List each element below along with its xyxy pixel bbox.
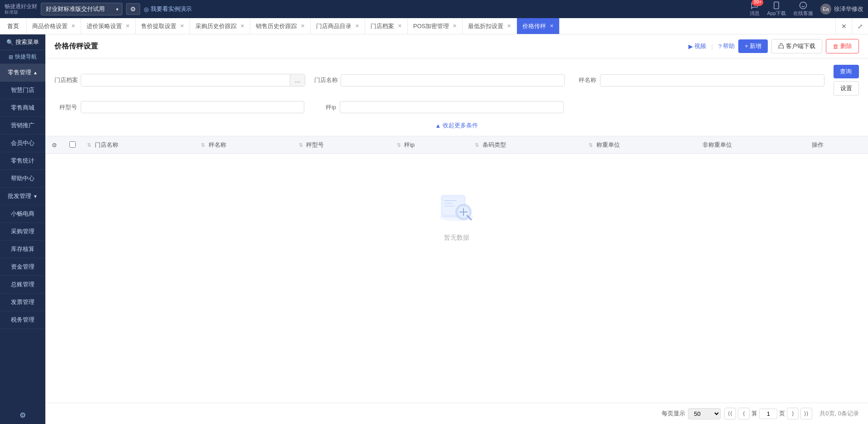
- maximize-tab-button[interactable]: ⤢: [852, 18, 868, 34]
- collapse-label: 收起更多条件: [443, 121, 478, 130]
- query-button[interactable]: 查询: [834, 65, 859, 78]
- sort-scale-ip-icon[interactable]: ⇅: [397, 142, 401, 148]
- content-wrapper: ⚙ ⇅ 门店名称 ⇅ 秤名称: [45, 136, 868, 424]
- sidebar-item-finance[interactable]: 资金管理: [0, 258, 45, 276]
- app-download-button[interactable]: App下载: [767, 1, 786, 17]
- tab-close-icon[interactable]: ✕: [355, 23, 359, 29]
- scale-model-label: 秤型号: [54, 103, 77, 111]
- sidebar-search[interactable]: 🔍 搜索菜单: [0, 34, 45, 50]
- sort-barcode-icon[interactable]: ⇅: [475, 142, 479, 148]
- sidebar-item-xiaoye[interactable]: 小畅电商: [0, 205, 45, 223]
- play-icon: ▶: [688, 43, 693, 50]
- table-gear-icon[interactable]: ⚙: [52, 142, 57, 149]
- settings-filter-button[interactable]: 设置: [834, 81, 859, 96]
- help-link[interactable]: ? 帮助: [718, 42, 735, 50]
- tab-close-icon[interactable]: ✕: [71, 23, 75, 29]
- col-scale-ip: ⇅ 秤ip: [391, 136, 470, 154]
- scale-model-input[interactable]: [81, 101, 304, 113]
- sidebar-item-purchase[interactable]: 采购管理: [0, 223, 45, 241]
- page-number-input[interactable]: [759, 409, 777, 419]
- col-barcode-type: ⇅ 条码类型: [469, 136, 583, 154]
- tab-price-scale[interactable]: 价格传秤 ✕: [517, 18, 560, 34]
- sort-store-name-icon[interactable]: ⇅: [87, 142, 91, 148]
- tab-store-catalog[interactable]: 门店商品目录 ✕: [311, 18, 365, 34]
- close-tab-button[interactable]: ✕: [835, 18, 852, 34]
- tab-min-discount[interactable]: 最低折扣设置 ✕: [463, 18, 517, 34]
- sidebar-item-tax[interactable]: 税务管理: [0, 311, 45, 329]
- retail-mall-label: 零售商城: [11, 104, 34, 112]
- page-label: 算: [751, 410, 757, 418]
- tab-store-profile[interactable]: 门店档案 ✕: [365, 18, 408, 34]
- online-service-button[interactable]: 在线客服: [793, 1, 813, 17]
- sort-scale-model-icon[interactable]: ⇅: [299, 142, 303, 148]
- tab-close-icon[interactable]: ✕: [240, 23, 244, 29]
- col-scale-name: ⇅ 秤名称: [195, 136, 293, 154]
- collapse-button[interactable]: ▲ 收起更多条件: [54, 119, 859, 130]
- prev-page-button[interactable]: ⟨: [738, 408, 750, 419]
- col-checkbox: [63, 136, 82, 154]
- tab-purchase-history[interactable]: 采购历史价跟踪 ✕: [190, 18, 250, 34]
- tab-close-icon[interactable]: ✕: [453, 23, 457, 29]
- tab-close-icon[interactable]: ✕: [398, 23, 402, 29]
- user-info[interactable]: Ea 徐泽华修改: [820, 4, 863, 14]
- demo-label: 我要看实例演示: [151, 5, 192, 13]
- sidebar-quick-nav-label: 快捷导航: [15, 53, 37, 61]
- first-page-button[interactable]: ⟨⟨: [724, 408, 736, 419]
- scale-name-label: 秤名称: [574, 76, 596, 84]
- last-page-button[interactable]: ⟩⟩: [800, 408, 812, 419]
- select-all-checkbox[interactable]: [69, 141, 76, 148]
- tab-bar: 首页 商品价格设置 ✕ 进价策略设置 ✕ 售价提取设置 ✕ 采购历史价跟踪 ✕ …: [0, 18, 868, 34]
- tab-close-icon[interactable]: ✕: [126, 23, 130, 29]
- sidebar-item-member[interactable]: 会员中心: [0, 135, 45, 152]
- store-name-input[interactable]: [341, 74, 565, 87]
- sidebar-item-wholesale[interactable]: 批发管理 ▼: [0, 188, 45, 205]
- sidebar-item-help[interactable]: 帮助中心: [0, 170, 45, 188]
- invoice-label: 发票管理: [11, 298, 34, 306]
- tab-price-settings-label: 商品价格设置: [32, 22, 68, 30]
- tab-pos[interactable]: POS加密管理 ✕: [408, 18, 463, 34]
- scale-name-input[interactable]: [600, 74, 824, 87]
- col-action: 操作: [806, 136, 868, 154]
- tab-close-icon[interactable]: ✕: [301, 23, 305, 29]
- version-selector[interactable]: 好业财标准版交付试用 ▾: [41, 3, 122, 15]
- demo-button[interactable]: ◎ 我要看实例演示: [144, 5, 192, 13]
- tab-close-active-icon[interactable]: ✕: [550, 23, 554, 29]
- search-icon: 🔍: [6, 39, 14, 46]
- table-header-row: ⚙ ⇅ 门店名称 ⇅ 秤名称: [45, 136, 868, 154]
- tab-close-icon[interactable]: ✕: [180, 23, 184, 29]
- sidebar-item-inventory[interactable]: 库存核算: [0, 241, 45, 258]
- page-unit: 页: [779, 410, 785, 418]
- sidebar-item-general[interactable]: 总账管理: [0, 276, 45, 294]
- message-button[interactable]: 99+ 消息: [750, 1, 760, 17]
- store-profile-dots-button[interactable]: ...: [290, 74, 305, 86]
- sidebar-item-retail-stats[interactable]: 零售统计: [0, 152, 45, 170]
- per-page-select[interactable]: 10 20 50 100: [688, 408, 721, 419]
- video-link[interactable]: ▶ 视频: [688, 42, 706, 50]
- next-page-button[interactable]: ⟩: [787, 408, 799, 419]
- tab-home[interactable]: 首页: [0, 18, 27, 34]
- xiaoye-label: 小畅电商: [11, 210, 34, 218]
- sort-weight-icon[interactable]: ⇅: [589, 142, 593, 148]
- sidebar-item-retail-mall[interactable]: 零售商城: [0, 99, 45, 117]
- filter-scale-model: 秤型号: [54, 101, 304, 113]
- sidebar-gear-button[interactable]: ⚙: [0, 406, 45, 424]
- sidebar-item-smart-store[interactable]: 智慧门店: [0, 82, 45, 99]
- delete-button[interactable]: 🗑 删除: [826, 39, 859, 53]
- store-profile-input[interactable]: [81, 74, 290, 86]
- gear-button[interactable]: ⚙: [126, 3, 140, 15]
- add-button[interactable]: + 新增: [738, 39, 768, 53]
- sidebar-item-marketing[interactable]: 营销推广: [0, 117, 45, 135]
- sidebar-item-retail[interactable]: 零售管理 ▲: [0, 64, 45, 82]
- tab-sales-history[interactable]: 销售历史价跟踪 ✕: [250, 18, 311, 34]
- svg-point-2: [800, 2, 807, 9]
- sort-scale-name-icon[interactable]: ⇅: [201, 142, 205, 148]
- download-button[interactable]: 凸 客户端下载: [771, 39, 822, 53]
- scale-ip-input[interactable]: [340, 101, 563, 113]
- sidebar-quick-nav[interactable]: ⊞ 快捷导航: [0, 50, 45, 64]
- empty-illustration: [434, 190, 479, 226]
- tab-price-settings[interactable]: 商品价格设置 ✕: [27, 18, 81, 34]
- tab-close-icon[interactable]: ✕: [507, 23, 511, 29]
- tab-sell-price[interactable]: 售价提取设置 ✕: [136, 18, 190, 34]
- tab-cost-strategy[interactable]: 进价策略设置 ✕: [81, 18, 136, 34]
- sidebar-item-invoice[interactable]: 发票管理: [0, 294, 45, 311]
